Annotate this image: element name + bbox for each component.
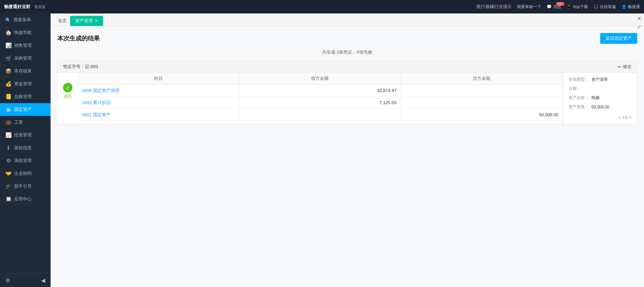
online-service-button[interactable]: 🎧 在线客服 <box>593 4 616 10</box>
cell-credit-3: 50,000.00 <box>401 109 562 121</box>
original-value-value: 50,000.00 <box>591 105 609 109</box>
sidebar-apps-label: 应用中心 <box>14 196 32 202</box>
tab-asset-label: 资产管理 <box>75 18 93 24</box>
sidebar-item-collab[interactable]: 🤝 企业协同 <box>0 167 51 180</box>
purchase-icon: 🛒 <box>5 55 11 61</box>
message-icon: 💬 <box>547 4 552 9</box>
cell-account-3: 1601 固定资产 <box>78 109 239 121</box>
sidebar-item-apps[interactable]: 🔲 应用中心 <box>0 193 51 205</box>
sidebar: 🔍 搜索菜单 🏠 快捷导航 📊 销售管理 🛒 采购管理 📦 库存核算 💰 资金管… <box>0 13 51 287</box>
cell-debit-3 <box>239 109 401 121</box>
col-credit: 贷方金额 <box>401 73 562 84</box>
collab-icon: 🤝 <box>5 170 11 177</box>
edit-icon: ✏ <box>618 64 621 69</box>
sidebar-purchase-label: 采购管理 <box>14 55 32 61</box>
cell-debit-2: 7,125.03 <box>239 97 401 108</box>
sidebar-management-label: 经营管理 <box>14 132 32 138</box>
ledger-icon: 📒 <box>5 94 11 100</box>
sidebar-item-inventory[interactable]: 📦 库存核算 <box>0 65 51 77</box>
success-col: ✓ 成功 <box>58 73 78 124</box>
main-layout: 🔍 搜索菜单 🏠 快捷导航 📊 销售管理 🛒 采购管理 📦 库存核算 💰 资金管… <box>0 13 644 287</box>
cell-account-2: 1602 累计折旧 <box>78 97 239 108</box>
tab-close-icon[interactable]: ✕ <box>95 19 98 23</box>
voucher-card: 凭证字号：记-003 ✏ 修改 ✓ 成功 <box>57 61 637 124</box>
pagination-info: 1/1 <box>622 115 628 120</box>
sidebar-collab-label: 企业协同 <box>14 170 32 177</box>
system-icon: ⚙ <box>5 158 11 164</box>
date-row: 日期： <box>569 86 632 92</box>
app-version: 普及版 <box>34 4 45 9</box>
cell-debit-1: 42,874.97 <box>239 85 401 96</box>
panel-controls: ✕ ⤢ <box>634 13 644 32</box>
col-debit: 借方金额 <box>239 73 401 84</box>
pagination-prev[interactable]: < <box>618 115 621 120</box>
home-icon: 🏠 <box>5 30 11 36</box>
change-type-label: 变动类型： <box>569 77 589 83</box>
voucher-body: ✓ 成功 科目 借方金额 贷方金额 <box>58 73 637 124</box>
asset-name-label: 资产名称： <box>569 95 589 101</box>
tab-home[interactable]: 首页 <box>55 16 70 26</box>
original-value-label: 资产原值： <box>569 104 589 110</box>
table-row: 1602 累计折旧 7,125.03 <box>78 97 562 109</box>
side-info-panel: 变动类型： 资产清理 日期： 资产名称： 电脑 资产原值： <box>563 73 637 124</box>
sidebar-item-search[interactable]: 🔍 搜索菜单 <box>0 13 51 26</box>
payroll-icon: 💼 <box>5 119 11 125</box>
pagination-next[interactable]: > <box>629 115 632 120</box>
original-value-row: 资产原值： 50,000.00 <box>569 104 632 110</box>
user-avatar[interactable]: 👤 畅捷通 <box>621 4 640 10</box>
sidebar-item-basic-info[interactable]: ℹ 基础信息 <box>0 141 51 154</box>
expand-panel-button[interactable]: ⤢ <box>635 23 643 30</box>
change-type-row: 变动类型： 资产清理 <box>569 77 632 83</box>
sidebar-item-funds[interactable]: 💰 资金管理 <box>0 77 51 90</box>
sidebar-item-fixed-assets[interactable]: 🏛 固定资产 <box>0 103 51 116</box>
info-icon: ℹ <box>5 145 11 151</box>
content-area: 首页 资产管理 ✕ 本次生成的结果 返回固定资产 共生成 1张凭证，0张失败 凭… <box>51 13 644 287</box>
headset-icon: 🎧 <box>593 4 599 9</box>
success-label: 成功 <box>64 94 72 99</box>
sidebar-payroll-label: 工资 <box>14 119 23 125</box>
inventory-icon: 📦 <box>5 68 11 74</box>
sidebar-item-guide[interactable]: 🎓 新手引导 <box>0 180 51 193</box>
sidebar-item-payroll[interactable]: 💼 工资 <box>0 116 51 129</box>
sidebar-basic-info-label: 基础信息 <box>14 145 32 151</box>
user-icon: 👤 <box>621 4 626 9</box>
settings-icon[interactable]: ⚙ <box>5 277 10 284</box>
sidebar-quicknav-label: 快捷导航 <box>14 30 32 36</box>
sidebar-item-ledger[interactable]: 📒 总账管理 <box>0 90 51 103</box>
sidebar-inventory-label: 库存核算 <box>14 68 32 74</box>
app-download-button[interactable]: 📱 App下载 <box>566 4 588 10</box>
try-button[interactable]: 我要体验一下 <box>517 4 541 10</box>
return-button[interactable]: 返回固定资产 <box>600 33 637 44</box>
result-summary: 共生成 1张凭证，0张失败 <box>57 49 637 55</box>
cell-account-1: 1606 固定资产清理 <box>78 85 239 96</box>
sales-icon: 📊 <box>5 42 11 49</box>
sidebar-funds-label: 资金管理 <box>14 81 32 87</box>
sidebar-item-quicknav[interactable]: 🏠 快捷导航 <box>0 26 51 39</box>
edit-button[interactable]: ✏ 修改 <box>618 64 632 70</box>
app-logo: 畅捷通好业财 <box>4 4 30 10</box>
collapse-icon[interactable]: ◀ <box>41 277 45 284</box>
close-panel-button[interactable]: ✕ <box>635 15 643 22</box>
sidebar-item-sales[interactable]: 📊 销售管理 <box>0 39 51 52</box>
search-icon: 🔍 <box>5 18 11 23</box>
sidebar-guide-label: 新手引导 <box>14 183 32 189</box>
side-pagination: < 1/1 > <box>569 115 632 120</box>
top-header: 畅捷通好业财 普及版 医疗器械行业演示 我要体验一下 💬 消息 99+ 📱 Ap… <box>0 0 644 13</box>
message-button[interactable]: 💬 消息 99+ <box>547 4 561 10</box>
voucher-number: 凭证字号：记-003 <box>63 64 98 70</box>
voucher-table-area: ✓ 成功 科目 借方金额 贷方金额 <box>58 73 563 124</box>
asset-name-value: 电脑 <box>591 95 600 101</box>
cell-credit-1 <box>401 85 562 96</box>
sidebar-item-purchase[interactable]: 🛒 采购管理 <box>0 52 51 65</box>
tab-asset-management[interactable]: 资产管理 ✕ <box>70 16 103 26</box>
header-right: 医疗器械行业演示 我要体验一下 💬 消息 99+ 📱 App下载 🎧 在线客服 … <box>477 4 640 10</box>
asset-name-row: 资产名称： 电脑 <box>569 95 632 101</box>
funds-icon: 💰 <box>5 81 11 87</box>
message-count: 99+ <box>556 2 564 6</box>
app-download-icon: 📱 <box>566 4 572 9</box>
sidebar-item-management[interactable]: 📈 经营管理 <box>0 129 51 141</box>
sidebar-item-system[interactable]: ⚙ 系统管理 <box>0 154 51 167</box>
tab-home-label: 首页 <box>58 18 67 24</box>
date-label: 日期： <box>569 86 581 92</box>
table-header: 科目 借方金额 贷方金额 <box>78 73 562 85</box>
